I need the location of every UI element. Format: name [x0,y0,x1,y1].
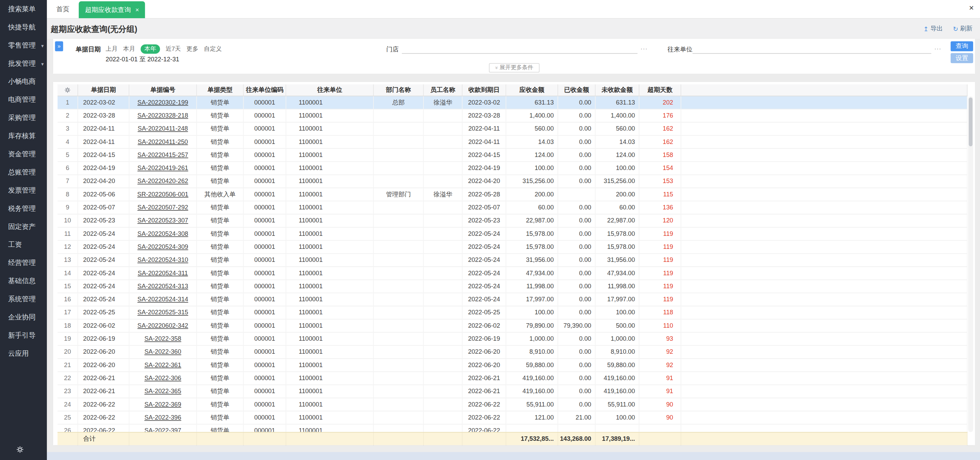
export-button[interactable]: ↥ 导出 [923,24,943,33]
column-header-partner[interactable]: 往来单位 [286,84,374,96]
table-row[interactable]: 82022-05-06SR-20220506-001其他收入单000001110… [57,188,968,201]
expand-more-button[interactable]: »展开更多条件 [488,63,540,72]
sidebar-item-6[interactable]: 采购管理 [0,109,47,127]
tab-home[interactable]: 首页 [47,0,79,18]
doc-link[interactable]: SA-20220523-307 [129,215,197,228]
scrollbar-thumb[interactable] [969,98,972,146]
table-row[interactable]: 122022-05-24SA-20220524-309销货单0000011100… [57,240,968,254]
doc-link[interactable]: SA-20220524-308 [129,228,197,240]
vertical-scrollbar[interactable] [968,96,973,432]
sidebar-item-7[interactable]: 库存核算 [0,127,47,145]
date-option-5[interactable]: 自定义 [204,45,222,53]
doc-link[interactable]: SA-2022-369 [129,398,197,411]
doc-link[interactable]: SA-2022-361 [129,359,197,372]
doc-link[interactable]: SA-20220602-342 [129,320,197,333]
column-header-doc[interactable]: 单据编号 [129,84,197,96]
table-row[interactable]: 92022-05-07SA-20220507-292销货单00000111000… [57,201,968,214]
sidebar-item-15[interactable]: 基础信息 [0,272,47,290]
sidebar-item-16[interactable]: 系统管理 [0,290,47,308]
column-header-unpaid[interactable]: 未收款金额 [595,84,640,96]
doc-link[interactable]: SA-20220411-250 [129,136,197,149]
partner-more-button[interactable]: ... [934,44,942,51]
table-row[interactable]: 172022-05-25SA-20220525-315销货单0000011100… [57,306,968,320]
table-row[interactable]: 192022-06-19SA-2022-358销货单00000111000012… [57,333,968,345]
doc-link[interactable]: SA-20220524-314 [129,293,197,306]
refresh-button[interactable]: ↻ 刷新 [953,24,972,33]
column-header-overdue[interactable]: 超期天数 [640,84,681,96]
column-header-recv[interactable]: 应收金额 [506,84,558,96]
store-more-button[interactable]: ... [641,44,648,51]
doc-link[interactable]: SA-20220524-313 [129,280,197,293]
date-range-value[interactable]: 2022-01-01 至 2022-12-31 [105,55,179,64]
date-option-0[interactable]: 上月 [105,45,118,53]
doc-link[interactable]: SA-20220525-315 [129,306,197,320]
table-row[interactable]: 102022-05-23SA-20220523-307销货单0000011100… [57,215,968,228]
doc-link[interactable]: SA-2022-306 [129,372,197,385]
date-option-3[interactable]: 近7天 [165,45,181,53]
table-row[interactable]: 22022-03-28SA-20220328-218销货单00000111000… [57,109,968,123]
window-close-icon[interactable]: × [969,3,974,12]
table-row[interactable]: 62022-04-19SA-20220419-261销货单00000111000… [57,162,968,175]
tab-close-icon[interactable]: × [135,6,139,13]
table-row[interactable]: 162022-05-24SA-20220524-314销货单0000011100… [57,293,968,306]
doc-link[interactable]: SA-20220411-248 [129,123,197,136]
doc-link[interactable]: SA-20220302-199 [129,96,197,109]
table-row[interactable]: 52022-04-15SA-20220415-257销货单00000111000… [57,149,968,162]
table-row[interactable]: 32022-04-11SA-20220411-248销货单00000111000… [57,123,968,136]
table-row[interactable]: 202022-06-20SA-2022-360销货单00000111000012… [57,346,968,359]
sidebar-item-18[interactable]: 新手引导 [0,326,47,344]
doc-link[interactable]: SA-2022-365 [129,385,197,398]
date-option-4[interactable]: 更多 [186,45,199,53]
column-header-dept[interactable]: 部门名称 [374,84,424,96]
sidebar-item-5[interactable]: 电商管理 [0,91,47,109]
doc-link[interactable]: SA-20220328-218 [129,109,197,123]
table-row[interactable]: 222022-06-21SA-2022-306销货单00000111000012… [57,372,968,385]
tab-active[interactable]: 超期应收款查询 × [79,2,145,18]
table-row[interactable]: 142022-05-24SA-20220524-311销货单0000011100… [57,267,968,280]
doc-link[interactable]: SA-2022-396 [129,411,197,424]
sidebar-item-3[interactable]: 批发管理▾ [0,54,47,73]
partner-input[interactable] [692,44,931,54]
table-row[interactable]: 152022-05-24SA-20220524-313销货单0000011100… [57,280,968,293]
table-row[interactable]: 72022-04-20SA-20220420-262销货单00000111000… [57,175,968,188]
column-header-date[interactable]: 单据日期 [78,84,129,96]
doc-link[interactable]: SA-20220415-257 [129,149,197,162]
table-row[interactable]: 132022-05-24SA-20220524-310销货单0000011100… [57,254,968,267]
column-header-code[interactable]: 往来单位编码 [243,84,286,96]
table-row[interactable]: 252022-06-22SA-2022-396销货单00000111000012… [57,411,968,424]
column-header-emp[interactable]: 员工名称 [424,84,463,96]
doc-link[interactable]: SA-20220507-292 [129,201,197,214]
table-row[interactable]: 232022-06-21SA-2022-365销货单00000111000012… [57,385,968,398]
sidebar-item-2[interactable]: 零售管理▾ [0,36,47,54]
query-button[interactable]: 查询 [951,41,973,51]
sidebar-item-17[interactable]: 企业协同 [0,308,47,326]
collapse-filter-icon[interactable]: » [55,41,64,51]
table-row[interactable]: 212022-06-20SA-2022-361销货单00000111000012… [57,359,968,372]
sidebar-item-4[interactable]: 小畅电商 [0,73,47,91]
sidebar-item-8[interactable]: 资金管理 [0,145,47,163]
sidebar-item-13[interactable]: 工资 [0,236,47,254]
date-option-1[interactable]: 本月 [123,45,135,53]
column-header-paid[interactable]: 已收金额 [558,84,595,96]
doc-link[interactable]: SA-20220420-262 [129,175,197,188]
table-row[interactable]: 182022-06-02SA-20220602-342销货单0000011100… [57,320,968,333]
sidebar-item-12[interactable]: 固定资产 [0,218,47,236]
doc-link[interactable]: SR-20220506-001 [129,188,197,201]
doc-link[interactable]: SA-2022-397 [129,424,197,432]
table-row[interactable]: 42022-04-11SA-20220411-250销货单00000111000… [57,136,968,149]
sidebar-item-14[interactable]: 经营管理 [0,254,47,272]
doc-link[interactable]: SA-20220524-309 [129,240,197,254]
column-header-due[interactable]: 收款到期日 [463,84,506,96]
date-option-2[interactable]: 本年 [140,45,160,54]
sidebar-item-19[interactable]: 云应用 [0,344,47,363]
sidebar-item-0[interactable]: 搜索菜单 [0,0,47,18]
doc-link[interactable]: SA-2022-360 [129,346,197,359]
doc-link[interactable]: SA-20220524-310 [129,254,197,267]
column-settings-gear-icon[interactable] [57,84,78,96]
table-row[interactable]: 112022-05-24SA-20220524-308销货单0000011100… [57,228,968,240]
doc-link[interactable]: SA-20220524-311 [129,267,197,280]
settings-gear-icon[interactable] [16,444,24,456]
doc-link[interactable]: SA-20220419-261 [129,162,197,175]
column-header-type[interactable]: 单据类型 [197,84,244,96]
sidebar-item-9[interactable]: 总账管理 [0,163,47,181]
